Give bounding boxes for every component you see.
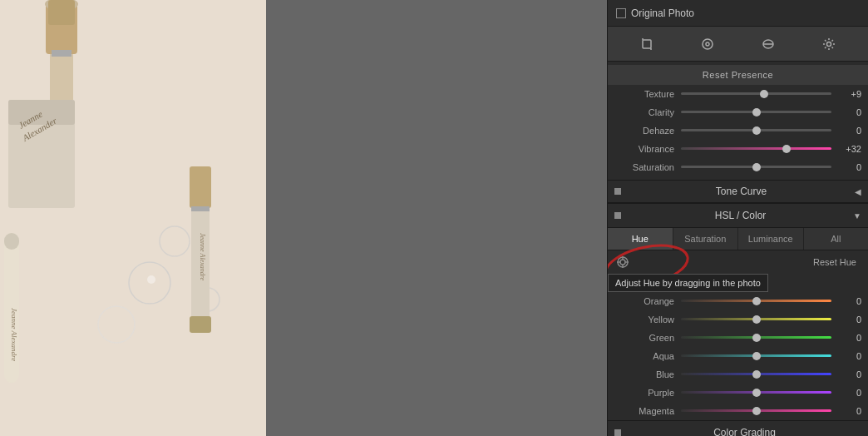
tab-luminance[interactable]: Luminance: [738, 228, 804, 250]
right-panel: Original Photo: [607, 0, 868, 436]
texture-slider[interactable]: [681, 92, 831, 96]
original-photo-label: Original Photo: [631, 7, 694, 19]
presence-section: Reset Presence Texture +9 Clarity: [608, 62, 868, 180]
blue-slider[interactable]: [681, 373, 831, 376]
svg-point-26: [703, 39, 713, 49]
hsl-tabs: Hue Saturation Luminance All: [608, 228, 868, 250]
magenta-value: 0: [838, 406, 861, 416]
blue-label: Blue: [618, 369, 674, 379]
svg-rect-5: [48, 0, 75, 25]
tone-curve-label: Tone Curve: [628, 186, 855, 197]
purple-slider[interactable]: [681, 391, 831, 394]
svg-rect-23: [643, 40, 651, 48]
tone-curve-square: [614, 188, 621, 195]
purple-label: Purple: [618, 388, 674, 398]
svg-text:Jeanne Alexandre: Jeanne Alexandre: [10, 308, 18, 361]
dehaze-slider[interactable]: [681, 129, 831, 132]
vibrance-slider[interactable]: [681, 147, 831, 151]
saturation-row: Saturation 0: [608, 158, 868, 176]
yellow-value: 0: [838, 315, 861, 325]
svg-point-33: [620, 260, 625, 265]
purple-row: Purple 0: [608, 384, 868, 402]
svg-rect-0: [0, 0, 266, 436]
reset-hue-row: Reset Hue Adjust Hue by dragging in the …: [608, 250, 868, 274]
green-slider[interactable]: [681, 336, 831, 339]
presence-header: Reset Presence: [608, 65, 868, 85]
adjust-hue-tooltip: Adjust Hue by dragging in the photo: [608, 274, 768, 292]
aqua-row: Aqua 0: [608, 347, 868, 365]
aqua-value: 0: [838, 351, 861, 361]
green-label: Green: [618, 333, 674, 343]
settings-icon[interactable]: [817, 32, 841, 56]
svg-point-27: [706, 42, 709, 46]
clarity-label: Clarity: [618, 107, 674, 117]
crop-icon[interactable]: [635, 32, 658, 56]
aqua-slider[interactable]: [681, 354, 831, 358]
yellow-slider[interactable]: [681, 318, 831, 321]
blue-row: Blue 0: [608, 365, 868, 384]
tone-curve-toggle[interactable]: Tone Curve ◀: [608, 180, 868, 203]
vibrance-value: +32: [838, 144, 861, 154]
clarity-row: Clarity 0: [608, 103, 868, 121]
orange-value: 0: [838, 296, 861, 306]
green-row: Green 0: [608, 329, 868, 347]
magenta-slider[interactable]: [681, 409, 831, 413]
magenta-label: Magenta: [618, 406, 674, 416]
dehaze-row: Dehaze 0: [608, 121, 868, 140]
dehaze-label: Dehaze: [618, 126, 674, 136]
saturation-label: Saturation: [618, 162, 674, 172]
vibrance-row: Vibrance +32: [608, 140, 868, 158]
hsl-arrow: ▼: [853, 211, 861, 220]
svg-rect-20: [191, 206, 210, 211]
tone-curve-arrow: ◀: [855, 187, 861, 196]
color-grading-square: [614, 429, 621, 436]
clarity-slider[interactable]: [681, 111, 831, 114]
dehaze-value: 0: [838, 126, 861, 136]
svg-rect-11: [4, 233, 19, 250]
orange-label: Orange: [618, 296, 674, 306]
svg-point-30: [827, 42, 831, 46]
top-bar: Original Photo: [608, 0, 868, 27]
blue-value: 0: [838, 369, 861, 379]
clarity-value: 0: [838, 107, 861, 117]
tab-all[interactable]: All: [804, 228, 869, 250]
color-grading-label: Color Grading: [628, 427, 861, 437]
target-icon[interactable]: [614, 254, 631, 270]
aqua-label: Aqua: [618, 351, 674, 361]
hsl-square: [614, 212, 621, 219]
hsl-label: HSL / Color: [628, 210, 853, 221]
photo-right-gray: [266, 0, 607, 436]
heal-icon[interactable]: [696, 32, 719, 56]
icon-toolbar: [608, 27, 868, 62]
hsl-header[interactable]: HSL / Color ▼: [608, 203, 868, 228]
svg-rect-3: [52, 50, 72, 57]
svg-rect-21: [190, 316, 211, 333]
tab-saturation[interactable]: Saturation: [673, 228, 739, 250]
orange-row: Orange 0: [608, 292, 868, 310]
photo-left: Jeanne Alexander Jeanne Alexandre Jeanne…: [0, 0, 266, 436]
photo-area: Jeanne Alexander Jeanne Alexandre Jeanne…: [0, 0, 607, 436]
panel-content[interactable]: Reset Presence Texture +9 Clarity: [608, 62, 868, 436]
svg-point-14: [147, 275, 155, 284]
saturation-slider[interactable]: [681, 166, 831, 169]
texture-value: +9: [838, 89, 861, 99]
orange-slider[interactable]: [681, 300, 831, 303]
svg-text:Jeanne Alexandre: Jeanne Alexandre: [199, 233, 206, 281]
yellow-row: Yellow 0: [608, 310, 868, 329]
vibrance-label: Vibrance: [618, 144, 674, 154]
green-value: 0: [838, 333, 861, 343]
saturation-value: 0: [838, 162, 861, 172]
texture-row: Texture +9: [608, 85, 868, 103]
purple-value: 0: [838, 388, 861, 398]
presence-label: Reset Presence: [703, 70, 773, 80]
yellow-label: Yellow: [618, 315, 674, 325]
color-grading-toggle[interactable]: Color Grading: [608, 420, 868, 436]
original-photo-checkbox[interactable]: [616, 8, 626, 18]
tab-hue[interactable]: Hue: [608, 228, 673, 250]
reset-hue-button[interactable]: Reset Hue: [808, 255, 861, 269]
magenta-row: Magenta 0: [608, 402, 868, 420]
svg-rect-19: [190, 166, 211, 208]
texture-label: Texture: [618, 89, 674, 99]
mask-icon[interactable]: [757, 32, 780, 56]
